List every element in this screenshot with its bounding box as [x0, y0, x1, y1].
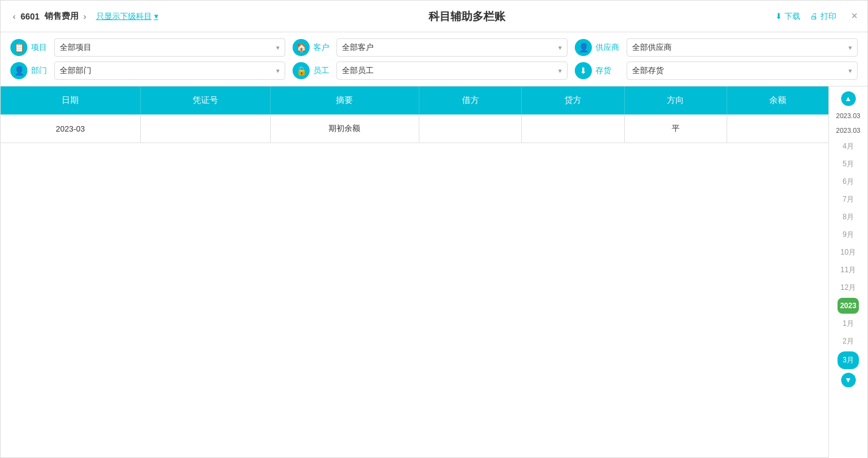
- inventory-filter-label: ⬇ 存货: [575, 62, 619, 79]
- chevron-down-icon: ▾: [558, 67, 562, 75]
- chevron-down-icon: ▾: [848, 67, 852, 75]
- department-select[interactable]: 全部部门 ▾: [54, 62, 285, 80]
- col-direction: 方向: [624, 86, 727, 114]
- print-button[interactable]: 🖨 打印: [810, 11, 836, 22]
- inventory-select[interactable]: 全部存货 ▾: [627, 62, 858, 80]
- chevron-down-icon: ▾: [276, 67, 280, 75]
- table-container[interactable]: 日期 凭证号 摘要 借方 贷方 方向 余额 2023-03期初余额平: [1, 86, 828, 458]
- timeline-item[interactable]: 9月: [833, 226, 864, 244]
- chevron-down-icon: ▾: [848, 44, 852, 52]
- supplier-select[interactable]: 全部供应商 ▾: [627, 38, 858, 57]
- prev-account-btn[interactable]: ‹: [10, 10, 18, 23]
- table-header-row: 日期 凭证号 摘要 借方 贷方 方向 余额: [1, 86, 828, 114]
- table-wrapper: 日期 凭证号 摘要 借方 贷方 方向 余额 2023-03期初余额平: [1, 86, 867, 458]
- print-icon: 🖨: [810, 12, 818, 21]
- col-summary: 摘要: [270, 86, 419, 114]
- table-cell: [727, 114, 828, 143]
- project-icon: 📋: [10, 39, 27, 56]
- col-balance: 余额: [727, 86, 828, 114]
- customer-filter-label: 🏠 客户: [293, 39, 329, 56]
- page-title: 科目辅助多栏账: [158, 9, 776, 24]
- customer-select[interactable]: 全部客户 ▾: [336, 38, 567, 57]
- download-button[interactable]: ⬇ 下载: [775, 11, 800, 22]
- timeline-down-btn[interactable]: ▼: [841, 373, 856, 387]
- timeline-item[interactable]: 5月: [833, 155, 864, 173]
- timeline-item[interactable]: 6月: [833, 173, 864, 191]
- col-debit: 借方: [419, 86, 521, 114]
- main-table: 日期 凭证号 摘要 借方 贷方 方向 余额 2023-03期初余额平: [1, 86, 828, 143]
- next-account-btn[interactable]: ›: [81, 10, 89, 23]
- department-filter-label: 👤 部门: [10, 62, 47, 79]
- table-cell: 2023-03: [1, 114, 140, 143]
- timeline-item[interactable]: 2023: [838, 298, 859, 314]
- timeline-item[interactable]: 10月: [833, 244, 864, 261]
- timeline-item[interactable]: 3月: [838, 351, 859, 369]
- timeline-item[interactable]: 2023.03: [833, 108, 864, 123]
- account-code: 6601: [21, 12, 40, 21]
- header: ‹ 6601 销售费用 › 只显示下级科目 ▾ 科目辅助多栏账 ⬇ 下载 🖨 打…: [1, 1, 867, 32]
- supplier-icon: 👤: [575, 39, 592, 56]
- show-sub-label: 只显示下级科目: [96, 11, 152, 22]
- timeline-item[interactable]: 2023.03: [833, 123, 864, 138]
- department-icon: 👤: [10, 62, 27, 79]
- inventory-icon: ⬇: [575, 62, 592, 79]
- chevron-down-icon: ▾: [558, 44, 562, 52]
- supplier-filter-label: 👤 供应商: [575, 39, 619, 56]
- content-area: 日期 凭证号 摘要 借方 贷方 方向 余额 2023-03期初余额平: [1, 86, 867, 458]
- header-actions: ⬇ 下载 🖨 打印 ×: [775, 10, 858, 23]
- timeline-item[interactable]: 8月: [833, 208, 864, 226]
- employee-icon: 🔒: [293, 62, 310, 79]
- timeline-item[interactable]: 12月: [833, 279, 864, 297]
- show-sub-button[interactable]: 只显示下级科目 ▾: [96, 11, 158, 22]
- customer-icon: 🏠: [293, 39, 310, 56]
- table-cell: [140, 114, 270, 143]
- col-date: 日期: [1, 86, 140, 114]
- timeline-item[interactable]: 7月: [833, 191, 864, 208]
- timeline-item[interactable]: 11月: [833, 261, 864, 279]
- table-cell: 期初余额: [270, 114, 419, 143]
- download-icon: ⬇: [775, 12, 782, 21]
- table-row: 2023-03期初余额平: [1, 114, 828, 143]
- table-cell: [419, 114, 521, 143]
- account-name: 销售费用: [44, 11, 79, 22]
- employee-filter-label: 🔒 员工: [293, 62, 329, 79]
- table-cell: 平: [624, 114, 727, 143]
- main-window: ‹ 6601 销售费用 › 只显示下级科目 ▾ 科目辅助多栏账 ⬇ 下载 🖨 打…: [0, 0, 868, 458]
- timeline-item[interactable]: 1月: [833, 315, 864, 333]
- col-voucher: 凭证号: [140, 86, 270, 114]
- filter-bar: 📋 项目 全部项目 ▾ 🏠 客户 全部客户 ▾ 👤 供应商 全部供应商 ▾ 👤 …: [1, 32, 867, 86]
- chevron-down-icon: ▾: [276, 44, 280, 52]
- project-filter-label: 📋 项目: [10, 39, 47, 56]
- download-label: 下载: [784, 11, 800, 22]
- print-label: 打印: [820, 11, 836, 22]
- project-select[interactable]: 全部项目 ▾: [54, 38, 285, 57]
- employee-select[interactable]: 全部员工 ▾: [336, 62, 567, 80]
- close-button[interactable]: ×: [851, 10, 858, 23]
- chevron-down-icon: ▾: [154, 12, 158, 21]
- timeline-up-btn[interactable]: ▲: [841, 91, 856, 106]
- col-credit: 贷方: [522, 86, 624, 114]
- timeline-panel: ▲ 2023.032023.034月5月6月7月8月9月10月11月12月202…: [828, 86, 867, 458]
- table-cell: [522, 114, 624, 143]
- timeline-item[interactable]: 2月: [833, 333, 864, 350]
- timeline-item[interactable]: 4月: [833, 138, 864, 155]
